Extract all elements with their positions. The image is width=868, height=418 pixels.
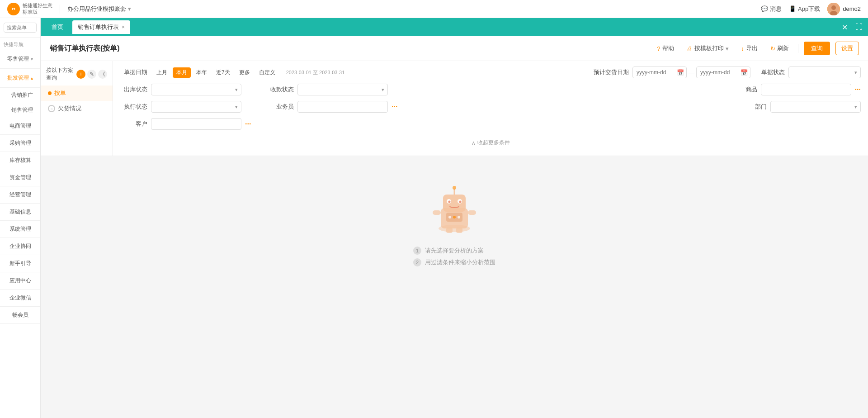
doc-status-select[interactable] (788, 66, 861, 78)
outbound-select-wrapper (151, 84, 241, 95)
filter-nav-item-backorder[interactable]: ○ 欠货情况 (41, 101, 113, 116)
settings-button[interactable]: 设置 (835, 42, 859, 55)
sidebar-item-retail[interactable]: 零售管理 ▾ (0, 50, 40, 69)
filter-nav-icons: + ✎ 《 (76, 70, 107, 79)
empty-tips: 1 请先选择要分析的方案 2 用过滤条件来缩小分析范围 (413, 247, 495, 270)
sidebar-sub-item-marketing[interactable]: 营销推广 (0, 88, 40, 103)
filter-panel: 按以下方案查询 + ✎ 《 按单 ○ 欠货情况 (41, 61, 868, 156)
btn-more[interactable]: 更多 (236, 67, 254, 78)
btn-this-month[interactable]: 本月 (173, 67, 191, 78)
logo-area: 畅捷通好生意 标准版 (7, 3, 52, 15)
svg-rect-22 (456, 228, 462, 233)
sidebar-item-enterprise[interactable]: 企业协同 (0, 238, 40, 255)
customer-more-button[interactable]: ··· (245, 120, 251, 128)
avatar (827, 3, 840, 15)
exec-status-select[interactable] (151, 101, 241, 113)
breadcrumb[interactable]: 办公用品行业模拟账套 ▾ (67, 5, 131, 13)
sidebar-item-inventory[interactable]: 库存核算 (0, 152, 40, 169)
sidebar-item-member[interactable]: 畅会员 (0, 307, 40, 324)
active-dot (48, 91, 52, 95)
tab-label: 销售订单执行表 (78, 23, 119, 31)
sidebar-item-basic-info[interactable]: 基础信息 (0, 204, 40, 221)
minimize-button[interactable]: ✕ (839, 22, 850, 33)
outbound-select[interactable] (151, 84, 241, 95)
empty-tip-2: 2 用过滤条件来缩小分析范围 (413, 258, 495, 266)
date-label: 单据日期 (120, 68, 147, 76)
expected-date-start-input[interactable] (632, 66, 687, 78)
download-icon: 📱 (789, 5, 796, 12)
tab-bar: 首页 销售订单执行表 × ✕ ⛶ (41, 18, 868, 36)
product-more-button[interactable]: ··· (855, 86, 861, 94)
tab-sales-exec[interactable]: 销售订单执行表 × (72, 20, 130, 34)
page-header: 销售订单执行表(按单) ? 帮助 🖨 按模板打印 ▾ ↓ 导出 (41, 36, 868, 61)
maximize-button[interactable]: ⛶ (854, 22, 864, 33)
header-right: 💬 消息 📱 App下载 demo2 (761, 3, 861, 15)
svg-point-13 (448, 201, 451, 203)
refresh-button[interactable]: ↻ 刷新 (767, 43, 793, 54)
help-icon: ? (657, 45, 660, 52)
salesperson-more-button[interactable]: ··· (392, 103, 397, 111)
message-button[interactable]: 💬 消息 (761, 5, 782, 13)
collapse-bar[interactable]: ∧ 收起更多条件 (120, 135, 861, 150)
date-separator: — (689, 69, 694, 76)
add-scheme-button[interactable]: + (76, 70, 85, 79)
expected-date-end-input[interactable] (696, 66, 750, 78)
chevron-icon: ▾ (31, 57, 33, 62)
inactive-circle: ○ (48, 105, 55, 112)
query-button[interactable]: 查询 (804, 42, 830, 55)
receipt-select-wrapper (297, 84, 388, 95)
btn-last-7days[interactable]: 近7天 (212, 67, 234, 78)
sidebar-item-operation[interactable]: 经营管理 (0, 186, 40, 204)
print-button[interactable]: 🖨 按模板打印 ▾ (683, 43, 732, 54)
sidebar-item-wholesale[interactable]: 批发管理 ▴ (0, 69, 40, 88)
collapse-label: 收起更多条件 (477, 139, 510, 147)
export-icon: ↓ (741, 45, 745, 52)
svg-point-1 (12, 8, 13, 9)
user-area[interactable]: demo2 (827, 3, 861, 15)
doc-status-label: 单据状态 (758, 68, 785, 76)
sidebar-item-newuser[interactable]: 新手引导 (0, 255, 40, 272)
filter-nav-item-byorder[interactable]: 按单 (41, 86, 113, 101)
filter-field-exec-status: 执行状态 (120, 101, 241, 113)
customer-input[interactable] (151, 118, 241, 130)
btn-custom[interactable]: 自定义 (255, 67, 279, 78)
collapse-nav-button[interactable]: 《 (98, 70, 107, 79)
logo-icon (7, 3, 20, 15)
receipt-select[interactable] (297, 84, 388, 95)
empty-state: 1 请先选择要分析的方案 2 用过滤条件来缩小分析范围 (41, 156, 868, 297)
salesperson-input[interactable] (297, 101, 388, 113)
header-left: 畅捷通好生意 标准版 办公用品行业模拟账套 ▾ (7, 3, 131, 15)
svg-point-10 (453, 186, 456, 190)
sidebar-item-wechat[interactable]: 企业微信 (0, 290, 40, 307)
dept-select[interactable] (770, 101, 861, 113)
dept-label: 部门 (740, 103, 767, 111)
edit-scheme-button[interactable]: ✎ (87, 70, 96, 79)
sidebar-item-finance[interactable]: 资金管理 (0, 169, 40, 186)
app-download-button[interactable]: 📱 App下载 (789, 5, 820, 13)
export-button[interactable]: ↓ 导出 (738, 43, 762, 54)
tip-number-1: 1 (413, 247, 421, 255)
product-input[interactable] (761, 84, 851, 95)
tab-close-button[interactable]: × (122, 24, 125, 30)
sidebar-item-system[interactable]: 系统管理 (0, 221, 40, 238)
filter-field-outbound: 出库状态 (120, 84, 241, 95)
sidebar-item-ecommerce[interactable]: 电商管理 (0, 118, 40, 135)
sidebar-nav-label: 快捷导航 (0, 38, 40, 50)
svg-rect-8 (443, 195, 466, 212)
collapse-icon: ∧ (472, 140, 476, 146)
search-input[interactable] (4, 23, 37, 33)
tab-home[interactable]: 首页 (44, 18, 71, 36)
help-button[interactable]: ? 帮助 (653, 43, 677, 54)
btn-this-year[interactable]: 本年 (193, 67, 211, 78)
customer-label: 客户 (120, 120, 147, 128)
svg-point-17 (453, 216, 456, 218)
filter-field-salesperson: 业务员 ··· (267, 101, 397, 113)
sidebar-item-purchase[interactable]: 采购管理 (0, 135, 40, 152)
svg-point-14 (459, 201, 462, 203)
btn-last-month[interactable]: 上月 (153, 67, 171, 78)
sidebar-sub-item-sales[interactable]: 销售管理 (0, 103, 40, 118)
salesperson-label: 业务员 (267, 103, 294, 111)
filter-field-expected-date: 预计交货日期 📅 — 📅 (593, 66, 750, 78)
sidebar-item-appcenter[interactable]: 应用中心 (0, 272, 40, 290)
exec-status-select-wrapper (151, 101, 241, 113)
